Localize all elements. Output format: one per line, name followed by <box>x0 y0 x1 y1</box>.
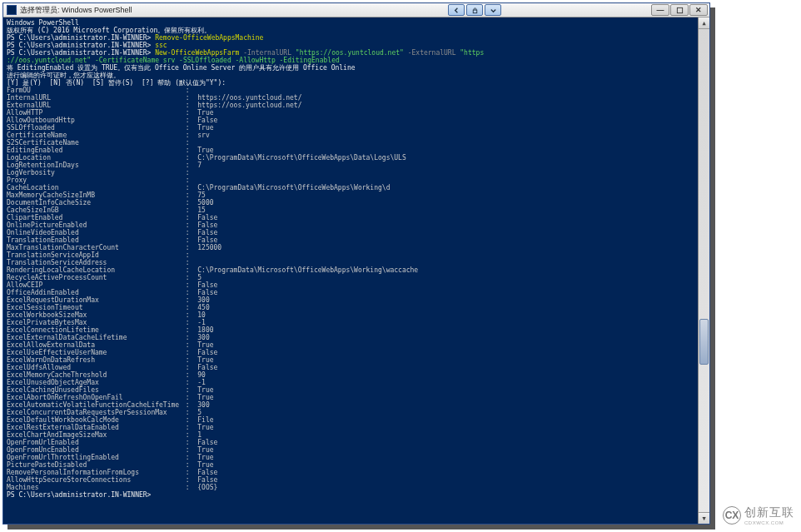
terminal-content[interactable]: Windows PowerShell版权所有 (C) 2016 Microsof… <box>3 17 709 524</box>
output-row: CacheSizeInGB : 15 <box>7 206 706 214</box>
output-row: TranslationServiceAddress : <box>7 259 706 266</box>
output-row: ExcelPrivateBytesMax : -1 <box>7 319 706 326</box>
output-row: AllowOutboundHttp : False <box>7 117 706 124</box>
titlebar[interactable]: 选择管理员: Windows PowerShell — ✕ <box>3 3 709 17</box>
output-row: OnlineVideoEnabled : False <box>7 229 706 236</box>
output-row: ExcelRestExternalDataEnabled : True <box>7 424 706 431</box>
output-row: ExcelSessionTimeout : 450 <box>7 304 706 311</box>
output-row: ExcelUnusedObjectAgeMax : -1 <box>7 379 706 386</box>
output-row: ExternalURL : https://oos.yuntcloud.net/ <box>7 102 706 109</box>
watermark-sub: CDXWCX.COM <box>744 520 794 525</box>
powershell-icon <box>7 5 17 15</box>
output-row: RenderingLocalCacheLocation : C:\Program… <box>7 266 706 274</box>
svg-rect-0 <box>473 10 477 13</box>
vertical-scrollbar[interactable]: ▲ ▼ <box>698 17 709 524</box>
svg-rect-1 <box>677 7 682 12</box>
output-row: Proxy : <box>7 177 706 184</box>
output-row: SSLOffloaded : True <box>7 124 706 132</box>
lock-button[interactable] <box>466 4 483 16</box>
output-row: CacheLocation : C:\ProgramData\Microsoft… <box>7 184 706 191</box>
output-row: ClipartEnabled : False <box>7 214 706 221</box>
output-row: ExcelWarnOnDataRefresh : True <box>7 356 706 364</box>
output-row: InternalURL : https://oos.yuntcloud.net/ <box>7 94 706 102</box>
window-controls: — ✕ <box>651 4 708 16</box>
output-row: RemovePersonalInformationFromLogs : Fals… <box>7 469 706 476</box>
powershell-window: 选择管理员: Windows PowerShell — ✕ Windows Po… <box>2 2 710 525</box>
output-row: LogLocation : C:\ProgramData\Microsoft\O… <box>7 154 706 162</box>
output-row: OnlinePictureEnabled : False <box>7 221 706 229</box>
scroll-thumb[interactable] <box>699 319 709 365</box>
output-row: EditingEnabled : True <box>7 147 706 154</box>
output-row: MaxTranslationCharacterCount : 125000 <box>7 244 706 251</box>
scroll-track[interactable] <box>699 29 709 512</box>
output-row: ExcelCachingUnusedFiles : True <box>7 386 706 394</box>
output-row: TranslationServiceAppId : <box>7 251 706 259</box>
output-row: ExcelUdfsAllowed : False <box>7 364 706 371</box>
output-row: ExcelConnectionLifetime : 1800 <box>7 326 706 334</box>
output-row: FarmOU : <box>7 87 706 94</box>
output-row: ExcelAbortOnRefreshOnOpenFail : True <box>7 394 706 401</box>
output-row: S2SCertificateName : <box>7 139 706 147</box>
output-row: AllowCEIP : False <box>7 281 706 289</box>
output-row: ExcelExternalDataCacheLifetime : 300 <box>7 334 706 341</box>
output-row: TranslationEnabled : False <box>7 236 706 244</box>
output-row: OpenFromUncEnabled : True <box>7 446 706 454</box>
output-row: ExcelAutomaticVolatileFunctionCacheLifeT… <box>7 401 706 409</box>
output-row: ExcelChartAndImageSizeMax : 1 <box>7 431 706 439</box>
scroll-down-button[interactable]: ▼ <box>699 512 709 524</box>
watermark-logo: CX <box>723 506 741 525</box>
output-row: PicturePasteDisabled : True <box>7 461 706 469</box>
output-row: Machines : {OOS} <box>7 484 706 491</box>
close-button[interactable]: ✕ <box>689 4 708 16</box>
output-row: ExcelAllowExternalData : True <box>7 341 706 349</box>
output-row: ExcelWorkbookSizeMax : 10 <box>7 311 706 319</box>
watermark-text-block: 创新互联 CDXWCX.COM <box>744 505 794 525</box>
output-row: ExcelMemoryCacheThreshold : 90 <box>7 371 706 379</box>
output-row: LogVerbosity : <box>7 169 706 177</box>
output-row: OpenFromUrlEnabled : False <box>7 439 706 446</box>
window-title: 选择管理员: Windows PowerShell <box>20 5 448 16</box>
output-row: AllowHTTP : True <box>7 109 706 117</box>
output-row: OpenFromUrlThrottlingEnabled : True <box>7 454 706 461</box>
titlebar-middle-buttons <box>448 4 501 16</box>
watermark: CX 创新互联 CDXWCX.COM <box>723 505 794 525</box>
output-row: LogRetentionInDays : 7 <box>7 162 706 169</box>
scroll-up-button[interactable]: ▲ <box>699 17 709 29</box>
output-row: MaxMemoryCacheSizeInMB : 75 <box>7 191 706 199</box>
output-row: ExcelUseEffectiveUserName : False <box>7 349 706 356</box>
dropdown-button[interactable] <box>485 4 501 16</box>
output-row: ExcelRequestDurationMax : 300 <box>7 296 706 304</box>
watermark-text: 创新互联 <box>744 505 794 519</box>
minimize-button[interactable]: — <box>651 4 669 16</box>
maximize-button[interactable] <box>670 4 689 16</box>
output-row: ExcelDefaultWorkbookCalcMode : File <box>7 416 706 424</box>
output-row: RecycleActiveProcessCount : 5 <box>7 274 706 281</box>
output-row: ExcelConcurrentDataRequestsPerSessionMax… <box>7 409 706 416</box>
output-row: DocumentInfoCacheSize : 5000 <box>7 199 706 206</box>
output-row: CertificateName : srv <box>7 132 706 139</box>
output-row: OfficeAddinEnabled : False <box>7 289 706 296</box>
output-row: AllowHttpSecureStoreConnections : False <box>7 476 706 484</box>
nav-back-button[interactable] <box>448 4 465 16</box>
